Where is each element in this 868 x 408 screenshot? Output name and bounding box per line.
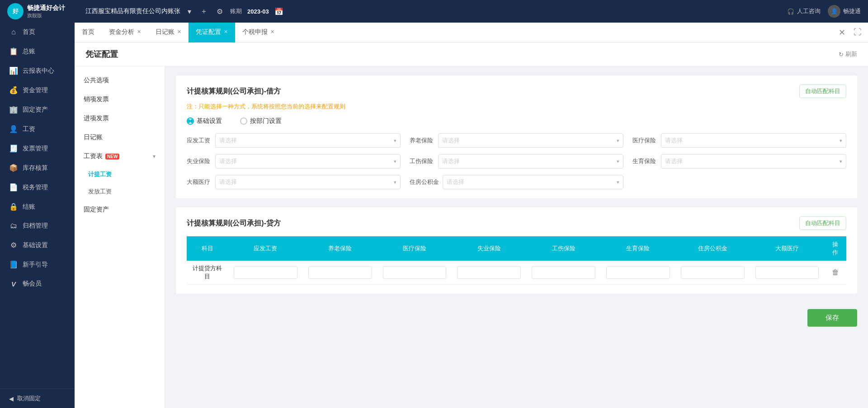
tab-voucher-close[interactable]: ✕ — [224, 29, 228, 35]
input-wage[interactable] — [234, 266, 297, 279]
leftnav-journal[interactable]: 日记账 — [75, 128, 165, 147]
input-housing[interactable] — [681, 266, 745, 279]
sidebar-item-funds[interactable]: 💰 资金管理 — [0, 80, 75, 100]
col-action: 操作 — [824, 236, 846, 261]
tab-journal-close[interactable]: ✕ — [177, 29, 181, 35]
leftnav-calc-salary[interactable]: 计提工资 — [75, 166, 165, 183]
cell-medical-input[interactable] — [377, 261, 452, 285]
tab-home[interactable]: 首页 — [75, 23, 102, 42]
sidebar-item-tax[interactable]: 📄 税务管理 — [0, 178, 75, 197]
input-injury[interactable] — [532, 266, 595, 279]
cell-pension-input[interactable] — [303, 261, 377, 285]
tab-tax-close[interactable]: ✕ — [270, 29, 274, 35]
user-area[interactable]: 👤 畅捷通 — [828, 5, 861, 18]
leftnav-purchase[interactable]: 进项发票 — [75, 109, 165, 128]
salary-icon: 👤 — [9, 125, 18, 133]
add-company-btn[interactable]: ＋ — [198, 5, 209, 18]
fullscreen-btn[interactable]: ⛶ — [852, 27, 863, 38]
tab-fund-close[interactable]: ✕ — [137, 29, 141, 35]
sidebar-item-archive[interactable]: 🗂 归档管理 — [0, 216, 75, 235]
tab-fund[interactable]: 资金分析 ✕ — [102, 23, 148, 42]
company-dropdown-btn[interactable]: ▾ — [186, 5, 193, 18]
tab-journal[interactable]: 日记账 ✕ — [148, 23, 189, 42]
debit-section-header: 计提核算规则(公司承担)-借方 自动匹配科目 — [187, 84, 846, 98]
input-medical[interactable] — [383, 266, 447, 279]
radio-basic[interactable]: 基础设置 — [187, 117, 222, 125]
sidebar-item-inventory[interactable]: 📦 库存核算 — [0, 158, 75, 178]
leftnav-public[interactable]: 公共选项 — [75, 71, 165, 90]
cell-housing-input[interactable] — [675, 261, 750, 285]
ledger-icon: 📋 — [9, 47, 18, 56]
input-bigmedical[interactable] — [755, 266, 819, 279]
credit-auto-match-btn[interactable]: 自动匹配科目 — [799, 216, 846, 230]
select-housing[interactable]: 请选择 ▾ — [443, 175, 623, 189]
radio-dept[interactable]: 按部门设置 — [240, 117, 282, 125]
table-row: 计提贷方科目 🗑 — [187, 261, 846, 285]
cell-injury-input[interactable] — [526, 261, 601, 285]
cell-wage-input[interactable] — [228, 261, 303, 285]
delete-row-btn[interactable]: 🗑 — [832, 268, 839, 277]
input-pension[interactable] — [308, 266, 372, 279]
member-icon: V — [9, 280, 18, 288]
col-medical: 医疗保险 — [377, 236, 452, 261]
settings-btn[interactable]: ⚙ — [215, 5, 225, 18]
sidebar-item-reports[interactable]: 📊 云报表中心 — [0, 61, 75, 80]
form-item-birth: 生育保险 请选择 ▾ — [632, 154, 846, 169]
support-btn[interactable]: 🎧 人工咨询 — [787, 7, 821, 15]
select-wage[interactable]: 请选择 ▾ — [215, 133, 401, 148]
credit-section-title: 计提核算规则(公司承担)-贷方 — [187, 219, 281, 228]
tab-voucher[interactable]: 凭证配置 ✕ — [189, 23, 235, 42]
sidebar-item-settings[interactable]: ⚙ 基础设置 — [0, 235, 75, 255]
avatar: 👤 — [828, 5, 840, 18]
archive-icon: 🗂 — [9, 222, 18, 230]
sidebar-item-home[interactable]: ⌂ 首页 — [0, 23, 75, 42]
save-btn[interactable]: 保存 — [807, 309, 857, 327]
cell-bigmedical-input[interactable] — [750, 261, 825, 285]
debit-radio-row: 基础设置 按部门设置 — [187, 117, 846, 125]
form-item-pension: 养老保险 请选择 ▾ — [410, 133, 623, 148]
input-unemployment[interactable] — [457, 266, 521, 279]
sidebar-item-closing[interactable]: 🔒 结账 — [0, 197, 75, 216]
tabs-bar: 首页 资金分析 ✕ 日记账 ✕ 凭证配置 ✕ 个税申报 ✕ ✕ ⛶ — [75, 23, 868, 42]
assets-icon: 🏢 — [9, 105, 18, 114]
select-bigmedical[interactable]: 请选择 ▾ — [215, 175, 401, 189]
body-layout: 公共选项 销项发票 进项发票 日记账 工资表 NEW ▾ — [75, 66, 868, 408]
cell-unemployment-input[interactable] — [452, 261, 526, 285]
col-birth: 生育保险 — [601, 236, 675, 261]
select-birth[interactable]: 请选择 ▾ — [661, 154, 846, 169]
tab-tax[interactable]: 个税申报 ✕ — [235, 23, 282, 42]
select-injury[interactable]: 请选择 ▾ — [438, 154, 623, 169]
input-birth[interactable] — [606, 266, 670, 279]
invoice-icon: 🧾 — [9, 144, 18, 153]
col-injury: 工伤保险 — [526, 236, 601, 261]
debit-form-grid: 应发工资 请选择 ▾ 养老保险 请选择 ▾ — [187, 133, 846, 189]
cell-birth-input[interactable] — [601, 261, 675, 285]
leftnav-pay-salary[interactable]: 发放工资 — [75, 183, 165, 200]
top-bar-center: 江西服宝精品有限责任公司内账张 ▾ ＋ ⚙ 账期 2023-03 📅 — [82, 5, 787, 18]
leftnav-sales[interactable]: 销项发票 — [75, 90, 165, 109]
calendar-icon[interactable]: 📅 — [274, 7, 283, 16]
form-item-unemployment: 失业保险 请选择 ▾ — [187, 154, 401, 169]
top-bar: 好 畅捷通好会计 旗舰版 江西服宝精品有限责任公司内账张 ▾ ＋ ⚙ 账期 20… — [0, 0, 868, 23]
select-birth-chevron: ▾ — [840, 159, 842, 164]
home-icon: ⌂ — [9, 28, 18, 36]
form-item-wage: 应发工资 请选择 ▾ — [187, 133, 401, 148]
sidebar-item-member[interactable]: V 畅会员 — [0, 274, 75, 293]
leftnav-salary-table[interactable]: 工资表 NEW ▾ — [75, 147, 165, 166]
select-medical[interactable]: 请选择 ▾ — [661, 133, 846, 148]
credit-table: 科目 应发工资 养老保险 医疗保险 失业保险 工伤保险 生育保险 住房公积金 大… — [187, 236, 846, 285]
sidebar-item-invoice[interactable]: 🧾 发票管理 — [0, 139, 75, 158]
select-pension[interactable]: 请选择 ▾ — [438, 133, 623, 148]
leftnav-fixed-assets[interactable]: 固定资产 — [75, 200, 165, 219]
refresh-icon: ↻ — [839, 51, 844, 58]
select-unemployment[interactable]: 请选择 ▾ — [215, 154, 401, 169]
cancel-pin-btn[interactable]: ◀ 取消固定 — [0, 389, 75, 408]
sidebar-item-salary[interactable]: 👤 工资 — [0, 119, 75, 139]
sidebar-item-guide[interactable]: 📘 新手引导 — [0, 255, 75, 274]
close-tab-btn[interactable]: ✕ — [837, 27, 847, 38]
debit-auto-match-btn[interactable]: 自动匹配科目 — [799, 84, 846, 98]
refresh-btn[interactable]: ↻ 刷新 — [839, 50, 857, 58]
debit-warning: 注：只能选择一种方式，系统将按照您当前的选择来配置规则 — [187, 103, 846, 111]
sidebar-item-assets[interactable]: 🏢 固定资产 — [0, 100, 75, 119]
sidebar-item-ledger[interactable]: 📋 总账 — [0, 42, 75, 61]
